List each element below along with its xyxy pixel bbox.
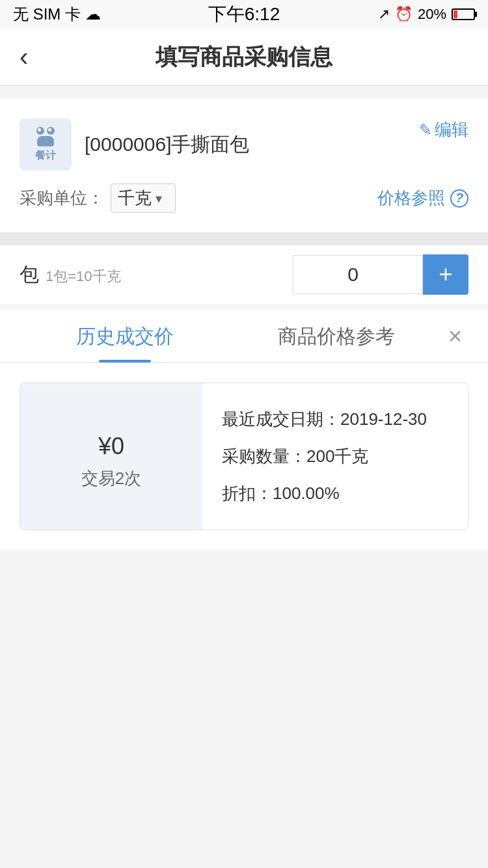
product-section: 餐计 [0000006]手撕面包 ✎ 编辑 采购单位： 千克 ▾ 价格参照 ?	[0, 99, 488, 232]
trade-count: 交易2次	[81, 467, 141, 490]
alarm-icon: ⏰	[395, 6, 413, 23]
location-icon: ↗	[378, 6, 390, 23]
tab-history-price-label: 历史成交价	[76, 323, 174, 350]
edit-label[interactable]: 编辑	[435, 118, 468, 141]
tab-content-history: ¥0 交易2次 最近成交日期：2019-12-30 采购数量：200千克 折扣：…	[0, 363, 488, 550]
battery-icon	[452, 8, 475, 20]
purchase-quantity-row: 采购数量：200千克	[222, 444, 448, 469]
nav-bar: ‹ 填写商品采购信息	[0, 29, 488, 86]
edit-button[interactable]: ✎ 编辑	[419, 118, 468, 141]
purchase-quantity-label: 采购数量：	[222, 446, 306, 466]
price-card-right: 最近成交日期：2019-12-30 采购数量：200千克 折扣：100.00%	[202, 383, 468, 530]
quantity-controls: +	[293, 254, 468, 295]
product-full-name: [0000006]手撕面包	[85, 131, 249, 158]
discount-value: 100.00%	[273, 483, 340, 503]
recent-date-row: 最近成交日期：2019-12-30	[222, 407, 448, 432]
tabs-section: 历史成交价 商品价格参考 × ¥0 交易2次 最近成交日期：2019-12-30…	[0, 310, 488, 550]
quantity-input[interactable]	[293, 255, 423, 294]
unit-label-text: 采购单位：	[20, 187, 104, 210]
edit-icon: ✎	[419, 121, 432, 139]
currency-symbol: ¥	[98, 433, 111, 459]
quantity-plus-button[interactable]: +	[423, 254, 468, 295]
tab-product-price-ref-label: 商品价格参考	[278, 323, 395, 350]
battery-percent: 20%	[418, 6, 446, 23]
tab-history-price[interactable]: 历史成交价	[20, 310, 230, 362]
price-card-left: ¥0 交易2次	[20, 383, 202, 530]
price-reference-button[interactable]: 价格参照 ?	[377, 187, 468, 210]
price-ref-label: 价格参照	[377, 187, 445, 210]
help-icon: ?	[450, 189, 468, 208]
tabs-close-button[interactable]: ×	[442, 316, 468, 357]
page-background	[0, 550, 488, 868]
tab-product-price-ref[interactable]: 商品价格参考	[230, 310, 441, 362]
quantity-row: 包 1包=10千克 +	[0, 245, 488, 304]
unit-select[interactable]: 千克 ▾	[111, 183, 176, 213]
discount-label: 折扣：	[222, 483, 273, 503]
product-left: 餐计 [0000006]手撕面包	[20, 118, 249, 170]
quantity-unit-label: 包	[20, 262, 39, 288]
product-thumbnail: 餐计	[20, 118, 72, 170]
dropdown-arrow-icon: ▾	[156, 191, 162, 206]
section-divider	[0, 232, 488, 245]
page-title: 填写商品采购信息	[156, 42, 332, 72]
status-time: 下午6:12	[208, 2, 280, 27]
recent-date-value: 2019-12-30	[340, 409, 427, 429]
price-value: 0	[111, 433, 124, 459]
price-amount: ¥0	[98, 423, 124, 462]
product-meta: 采购单位： 千克 ▾ 价格参照 ?	[20, 183, 468, 213]
status-right: ↗ ⏰ 20%	[378, 6, 475, 23]
quantity-left: 包 1包=10千克	[20, 262, 121, 288]
unit-value: 千克	[118, 187, 152, 210]
back-button[interactable]: ‹	[13, 36, 34, 78]
unit-label-container: 采购单位： 千克 ▾	[20, 183, 176, 213]
price-card: ¥0 交易2次 最近成交日期：2019-12-30 采购数量：200千克 折扣：…	[20, 383, 468, 530]
recent-date-label: 最近成交日期：	[222, 409, 340, 429]
quantity-convert-label: 1包=10千克	[46, 267, 121, 286]
status-carrier: 无 SIM 卡 ☁	[13, 4, 101, 25]
discount-row: 折扣：100.00%	[222, 481, 448, 506]
product-header: 餐计 [0000006]手撕面包 ✎ 编辑	[20, 118, 468, 170]
tabs-header: 历史成交价 商品价格参考 ×	[0, 310, 488, 363]
status-bar: 无 SIM 卡 ☁ 下午6:12 ↗ ⏰ 20%	[0, 0, 488, 29]
purchase-quantity-value: 200千克	[306, 446, 368, 466]
